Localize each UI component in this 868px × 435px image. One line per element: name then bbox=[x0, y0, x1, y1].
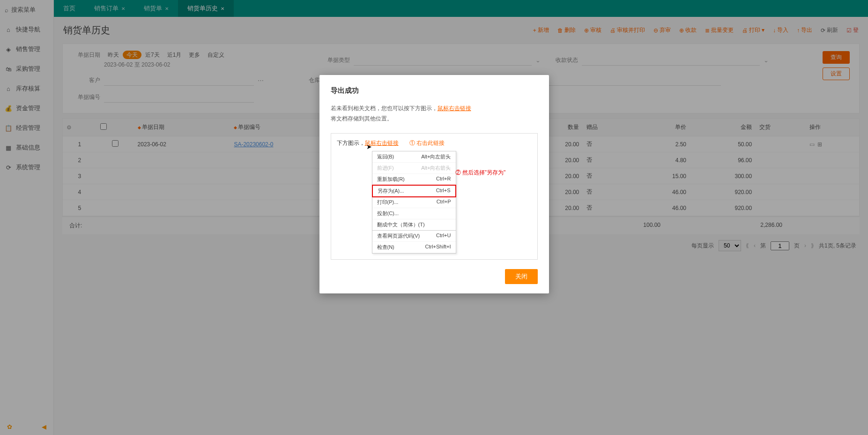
modal-desc: 若未看到相关文档，您也可以按下方图示，鼠标右击链接 将文档存储到其他位置。 bbox=[331, 104, 538, 124]
modal-link[interactable]: 鼠标右击链接 bbox=[438, 105, 471, 112]
close-button[interactable]: 关闭 bbox=[505, 269, 538, 284]
ctx-item-8: 检查(N)Ctrl+Shift+I bbox=[372, 242, 456, 253]
cursor-icon: ➤ bbox=[366, 143, 372, 150]
modal-title: 导出成功 bbox=[331, 86, 538, 95]
modal-overlay: 导出成功 若未看到相关文档，您也可以按下方图示，鼠标右击链接 将文档存储到其他位… bbox=[0, 0, 868, 435]
modal: 导出成功 若未看到相关文档，您也可以按下方图示，鼠标右击链接 将文档存储到其他位… bbox=[319, 75, 549, 293]
modal-illustration: 下方图示，鼠标右击链接 ➤ ① 右击此链接 返回(B)Alt+向左箭头前进(F)… bbox=[331, 133, 538, 260]
illus-note1: ① 右击此链接 bbox=[409, 140, 445, 146]
ctx-item-7: 查看网页源代码(V)Ctrl+U bbox=[372, 231, 456, 242]
ctx-item-1: 前进(F)Alt+向右箭头 bbox=[372, 163, 456, 174]
ctx-item-6: 翻成中文（简体）(T) bbox=[372, 219, 456, 231]
ctx-item-5: 投射(C)... bbox=[372, 208, 456, 219]
ctx-item-2: 重新加载(R)Ctrl+R bbox=[372, 174, 456, 185]
ctx-item-4: 打印(P)...Ctrl+P bbox=[372, 197, 456, 208]
ctx-item-3: 另存为(A)...Ctrl+S bbox=[372, 185, 456, 197]
illus-note2: ② 然后选择"另存为" bbox=[455, 169, 506, 177]
context-menu: 返回(B)Alt+向左箭头前进(F)Alt+向右箭头重新加载(R)Ctrl+R另… bbox=[372, 151, 456, 254]
ctx-item-0: 返回(B)Alt+向左箭头 bbox=[372, 151, 456, 163]
